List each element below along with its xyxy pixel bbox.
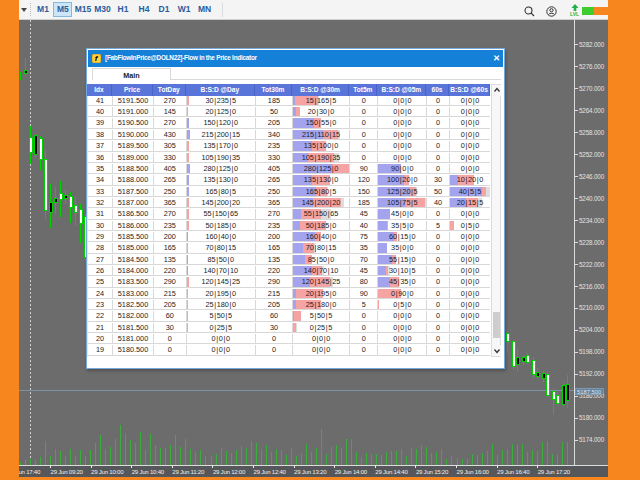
svg-text:5270.000: 5270.000	[579, 85, 605, 92]
svg-text:29 Jun 12:00: 29 Jun 12:00	[213, 468, 246, 475]
svg-text:29 Jun 14:00: 29 Jun 14:00	[335, 468, 368, 475]
svg-text:5174.000: 5174.000	[579, 436, 605, 443]
svg-text:LVL: LVL	[570, 11, 579, 17]
svg-text:29 Jun 10:40: 29 Jun 10:40	[132, 468, 165, 475]
svg-text:29 Jun 09:20: 29 Jun 09:20	[51, 468, 84, 475]
svg-text:29 Jun 17:20: 29 Jun 17:20	[538, 468, 571, 475]
svg-text:29 Jun 17:40: 29 Jun 17:40	[19, 468, 41, 475]
svg-text:5282.000: 5282.000	[579, 41, 605, 48]
svg-text:5234.000: 5234.000	[579, 217, 605, 224]
svg-text:29 Jun 11:20: 29 Jun 11:20	[172, 468, 205, 475]
svg-text:5240.000: 5240.000	[579, 195, 605, 202]
svg-text:29 Jun 14:40: 29 Jun 14:40	[375, 468, 408, 475]
svg-text:29 Jun 16:40: 29 Jun 16:40	[497, 468, 530, 475]
svg-text:29 Jun 13:20: 29 Jun 13:20	[294, 468, 327, 475]
svg-text:29 Jun 10:00: 29 Jun 10:00	[91, 468, 124, 475]
svg-text:5258.000: 5258.000	[579, 129, 605, 136]
svg-text:29 Jun 15:20: 29 Jun 15:20	[416, 468, 449, 475]
svg-text:5252.000: 5252.000	[579, 151, 605, 158]
svg-text:5210.000: 5210.000	[579, 304, 605, 311]
svg-text:5187.500: 5187.500	[577, 389, 601, 395]
svg-text:5216.000: 5216.000	[579, 283, 605, 290]
svg-text:5228.000: 5228.000	[579, 239, 605, 246]
svg-text:5222.000: 5222.000	[579, 261, 605, 268]
svg-text:5264.000: 5264.000	[579, 107, 605, 114]
svg-text:29 Jun 16:00: 29 Jun 16:00	[457, 468, 490, 475]
svg-text:29 Jun 12:40: 29 Jun 12:40	[254, 468, 287, 475]
svg-text:5192.000: 5192.000	[579, 370, 605, 377]
svg-text:5198.000: 5198.000	[579, 348, 605, 355]
svg-text:5204.000: 5204.000	[579, 326, 605, 333]
svg-text:5246.000: 5246.000	[579, 173, 605, 180]
svg-text:5180.000: 5180.000	[579, 414, 605, 421]
svg-text:5276.000: 5276.000	[579, 63, 605, 70]
